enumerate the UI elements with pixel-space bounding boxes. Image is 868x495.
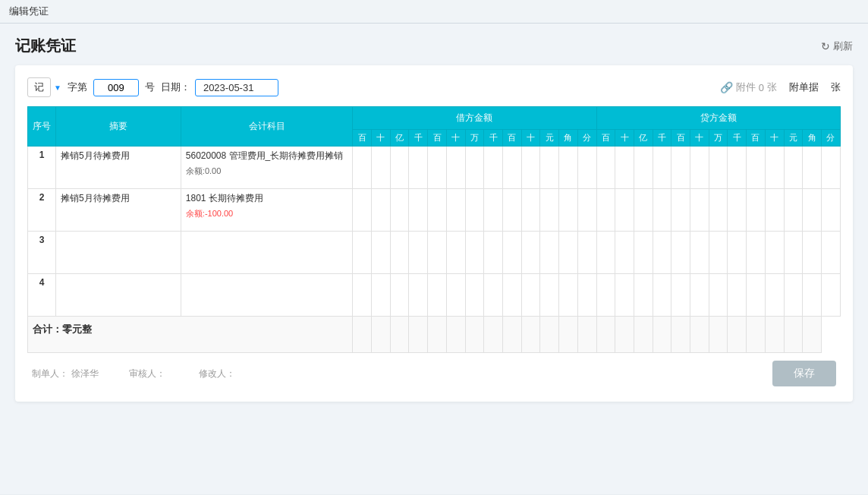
- debit-digit-11[interactable]: [559, 274, 578, 317]
- debit-digit-1[interactable]: [372, 147, 391, 189]
- debit-digit-8[interactable]: [503, 232, 522, 274]
- credit-digit-9[interactable]: [765, 232, 784, 274]
- date-input[interactable]: [195, 79, 278, 96]
- debit-digit-0[interactable]: [353, 147, 372, 189]
- credit-digit-4[interactable]: [671, 274, 690, 317]
- credit-digit-11[interactable]: [803, 147, 822, 189]
- credit-digit-11[interactable]: [803, 274, 822, 317]
- debit-digit-6[interactable]: [465, 147, 484, 189]
- row-account[interactable]: [181, 232, 353, 274]
- credit-digit-9[interactable]: [765, 147, 784, 189]
- credit-digit-3[interactable]: [653, 189, 671, 232]
- row-account[interactable]: 1801 长期待摊费用余额:-100.00: [181, 189, 353, 232]
- credit-digit-6[interactable]: [709, 274, 728, 317]
- debit-digit-2[interactable]: [390, 189, 409, 232]
- debit-digit-1[interactable]: [372, 274, 391, 317]
- debit-digit-1[interactable]: [372, 232, 391, 274]
- row-account[interactable]: [181, 274, 353, 317]
- debit-digit-7[interactable]: [484, 232, 503, 274]
- credit-digit-10[interactable]: [784, 274, 803, 317]
- credit-digit-10[interactable]: [784, 232, 803, 274]
- credit-digit-2[interactable]: [634, 147, 653, 189]
- debit-digit-8[interactable]: [503, 189, 522, 232]
- debit-digit-0[interactable]: [353, 232, 372, 274]
- credit-digit-5[interactable]: [690, 232, 709, 274]
- debit-digit-2[interactable]: [390, 274, 409, 317]
- credit-digit-9[interactable]: [765, 189, 784, 232]
- credit-digit-7[interactable]: [728, 147, 747, 189]
- debit-digit-10[interactable]: [540, 147, 559, 189]
- credit-digit-8[interactable]: [747, 274, 766, 317]
- attach-single-doc[interactable]: 附单据: [789, 80, 819, 94]
- credit-digit-5[interactable]: [690, 147, 709, 189]
- credit-digit-10[interactable]: [784, 147, 803, 189]
- credit-digit-11[interactable]: [803, 232, 822, 274]
- debit-digit-7[interactable]: [484, 189, 503, 232]
- debit-digit-9[interactable]: [521, 274, 540, 317]
- credit-digit-3[interactable]: [653, 274, 671, 317]
- credit-digit-7[interactable]: [728, 189, 747, 232]
- credit-digit-7[interactable]: [728, 274, 747, 317]
- debit-digit-5[interactable]: [446, 189, 465, 232]
- credit-digit-12[interactable]: [821, 189, 840, 232]
- credit-digit-6[interactable]: [709, 232, 728, 274]
- row-summary[interactable]: [56, 274, 181, 317]
- debit-digit-5[interactable]: [446, 274, 465, 317]
- debit-digit-8[interactable]: [503, 147, 522, 189]
- debit-digit-10[interactable]: [540, 189, 559, 232]
- credit-digit-0[interactable]: [596, 147, 615, 189]
- debit-digit-0[interactable]: [353, 274, 372, 317]
- debit-digit-7[interactable]: [484, 274, 503, 317]
- credit-digit-6[interactable]: [709, 189, 728, 232]
- debit-digit-12[interactable]: [577, 147, 596, 189]
- debit-digit-3[interactable]: [409, 147, 428, 189]
- credit-digit-5[interactable]: [690, 274, 709, 317]
- credit-digit-12[interactable]: [821, 232, 840, 274]
- debit-digit-11[interactable]: [559, 147, 578, 189]
- credit-digit-12[interactable]: [821, 147, 840, 189]
- debit-digit-9[interactable]: [521, 189, 540, 232]
- credit-digit-9[interactable]: [765, 274, 784, 317]
- debit-digit-4[interactable]: [428, 189, 447, 232]
- credit-digit-0[interactable]: [596, 274, 615, 317]
- debit-digit-8[interactable]: [503, 274, 522, 317]
- credit-digit-1[interactable]: [615, 274, 634, 317]
- voucher-type-dropdown[interactable]: ▼: [54, 84, 61, 92]
- credit-digit-1[interactable]: [615, 189, 634, 232]
- debit-digit-10[interactable]: [540, 232, 559, 274]
- debit-digit-6[interactable]: [465, 189, 484, 232]
- credit-digit-8[interactable]: [747, 189, 766, 232]
- debit-digit-12[interactable]: [577, 274, 596, 317]
- debit-digit-10[interactable]: [540, 274, 559, 317]
- credit-digit-4[interactable]: [671, 147, 690, 189]
- credit-digit-5[interactable]: [690, 189, 709, 232]
- row-summary[interactable]: [56, 232, 181, 274]
- row-account[interactable]: 56020008 管理费用_长期待摊费用摊销余额:0.00: [181, 147, 353, 189]
- credit-digit-2[interactable]: [634, 274, 653, 317]
- debit-digit-12[interactable]: [577, 232, 596, 274]
- debit-digit-9[interactable]: [521, 147, 540, 189]
- credit-digit-4[interactable]: [671, 232, 690, 274]
- debit-digit-5[interactable]: [446, 147, 465, 189]
- credit-digit-8[interactable]: [747, 147, 766, 189]
- credit-digit-3[interactable]: [653, 232, 671, 274]
- debit-digit-3[interactable]: [409, 274, 428, 317]
- debit-digit-3[interactable]: [409, 189, 428, 232]
- debit-digit-11[interactable]: [559, 189, 578, 232]
- debit-digit-6[interactable]: [465, 274, 484, 317]
- debit-digit-11[interactable]: [559, 232, 578, 274]
- debit-digit-3[interactable]: [409, 232, 428, 274]
- row-summary[interactable]: 摊销5月待摊费用: [56, 189, 181, 232]
- credit-digit-2[interactable]: [634, 232, 653, 274]
- credit-digit-7[interactable]: [728, 232, 747, 274]
- debit-digit-1[interactable]: [372, 189, 391, 232]
- debit-digit-0[interactable]: [353, 189, 372, 232]
- credit-digit-12[interactable]: [821, 274, 840, 317]
- debit-digit-4[interactable]: [428, 232, 447, 274]
- credit-digit-1[interactable]: [615, 232, 634, 274]
- voucher-number-input[interactable]: [93, 79, 139, 96]
- debit-digit-4[interactable]: [428, 147, 447, 189]
- credit-digit-0[interactable]: [596, 232, 615, 274]
- row-summary[interactable]: 摊销5月待摊费用: [56, 147, 181, 189]
- credit-digit-4[interactable]: [671, 189, 690, 232]
